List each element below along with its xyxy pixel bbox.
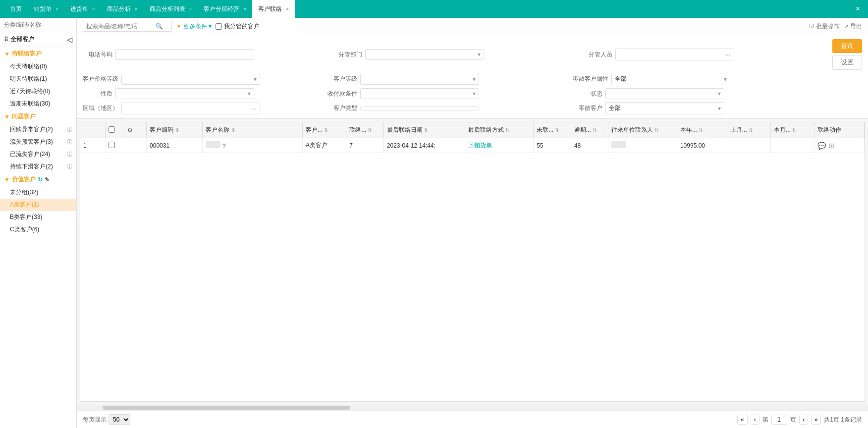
filter-row-4: 区域（地区） ··· 客户类型 零散客户 全部 — [83, 102, 862, 114]
nav-sales-close[interactable]: × — [55, 6, 58, 12]
sort-icon-date[interactable]: ⇅ — [424, 127, 428, 133]
first-page-button[interactable]: « — [737, 415, 748, 425]
retail-attr-select[interactable]: 全部 ▾ — [611, 73, 730, 85]
nav-product-analysis[interactable]: 商品分析 × — [101, 0, 144, 18]
query-button[interactable]: 查询 — [832, 39, 862, 53]
search-icon[interactable]: 🔍 — [156, 23, 163, 30]
table-footer: 每页显示 50 « ‹ 第 页 › » 共1页 1条记录 — [77, 411, 868, 428]
my-customer-checkbox[interactable]: 我分管的客户 — [216, 22, 260, 31]
nav-product-analysis-list[interactable]: 商品分析列表 × — [144, 0, 198, 18]
manager-select[interactable]: ··· — [615, 49, 734, 60]
sort-icon-this-month[interactable]: ⇅ — [792, 127, 796, 133]
my-customer-check[interactable] — [216, 23, 222, 30]
prev-page-button[interactable]: ‹ — [751, 415, 760, 425]
cell-index: 1 — [80, 138, 105, 153]
cell-checkbox[interactable] — [105, 138, 124, 153]
dept-arrow-icon: ▾ — [478, 51, 481, 58]
customer-level-select[interactable]: ▾ — [360, 74, 479, 85]
settings-button[interactable]: 设置 — [832, 55, 862, 70]
nav-home[interactable]: 首页 — [4, 0, 28, 18]
sidebar-item-churned[interactable]: 已流失客户(24) ⓘ — [0, 148, 76, 160]
th-gear[interactable]: ⚙ — [124, 122, 146, 138]
cell-not-contacted: 55 — [534, 138, 571, 153]
customer-type-label: 客户类型 — [327, 104, 357, 112]
select-all-checkbox[interactable] — [108, 126, 115, 133]
th-checkbox[interactable] — [105, 122, 124, 138]
sidebar-item-a-class[interactable]: A类客户(1) — [0, 199, 76, 211]
nav-purchase-close[interactable]: × — [92, 6, 95, 12]
customer-type-select[interactable] — [360, 107, 479, 110]
sidebar-item-tomorrow-pending[interactable]: 明天待联络(1) — [0, 73, 76, 85]
sidebar-item-churn-warning[interactable]: 流失预警客户(3) ⓘ — [0, 136, 76, 148]
next-page-button[interactable]: › — [799, 415, 808, 425]
sidebar-section-pending[interactable]: ▼ 待联络客户 — [0, 47, 76, 60]
refresh-icon[interactable]: ↻ — [38, 176, 43, 183]
sidebar-section-problem[interactable]: ▼ 问题客户 — [0, 110, 76, 123]
cell-last-method[interactable]: 下销货单 — [465, 138, 534, 153]
cell-gear — [124, 138, 146, 153]
chat-icon[interactable]: 💬 — [817, 142, 826, 150]
sidebar-item-abnormal-repurchase[interactable]: 回购异常客户(2) ⓘ — [0, 123, 76, 136]
dept-select[interactable]: ▾ — [365, 49, 484, 60]
gear-icon[interactable]: ⚙ — [127, 127, 133, 134]
sidebar-item-overdue-contact[interactable]: 逾期未联络(30) — [0, 98, 76, 110]
sidebar-search-input[interactable] — [4, 21, 77, 28]
retail-customer-select[interactable]: 全部 ▾ — [605, 102, 724, 114]
cell-this-year: 10995.00 — [677, 138, 727, 153]
window-close-button[interactable]: × — [852, 4, 864, 13]
status-select[interactable]: ▾ — [605, 88, 724, 99]
sort-icon-code[interactable]: ⇅ — [175, 127, 179, 133]
nav-customer-segmentation[interactable]: 客户分层经营 × — [198, 0, 252, 18]
cell-action: 💬 ⊞ — [814, 138, 865, 153]
edit-icon[interactable]: ✎ — [45, 176, 50, 183]
th-unit-contact: 往来单位联系人 ⇅ — [608, 122, 677, 138]
sidebar-all-customers[interactable]: ⠿ 全部客户 ◁ — [0, 32, 76, 47]
region-select[interactable]: ··· — [121, 103, 260, 114]
last-method-link[interactable]: 下销货单 — [468, 142, 492, 149]
more-filters-button[interactable]: ▼ 更多条件 ▾ — [176, 22, 212, 31]
price-level-select[interactable]: ▾ — [121, 74, 260, 85]
th-not-contacted: 未联... ⇅ — [534, 122, 571, 138]
sidebar-item-b-class[interactable]: B类客户(33) — [0, 211, 76, 223]
sidebar-collapse-btn[interactable]: ◁ — [67, 36, 72, 44]
sort-icon-contact[interactable]: ⇅ — [368, 127, 372, 133]
sort-icon-unit-contact[interactable]: ⇅ — [654, 127, 658, 133]
sidebar-section-value[interactable]: ▼ 价值客户 ↻ ✎ — [0, 173, 76, 186]
export-button[interactable]: ↗ 导出 — [844, 22, 862, 31]
nav-customer-contact[interactable]: 客户联络 × — [252, 0, 295, 18]
sort-icon-overdue[interactable]: ⇅ — [593, 127, 597, 133]
last-page-button[interactable]: » — [811, 415, 821, 425]
scroll-thumb[interactable] — [103, 406, 350, 410]
sidebar-item-declining[interactable]: 持续下滑客户(2) ⓘ — [0, 160, 76, 173]
sidebar-item-today-pending[interactable]: 今天待联络(0) — [0, 60, 76, 73]
search-input[interactable] — [86, 23, 156, 30]
filter-row-2: 客户价格等级 ▾ 客户等级 ▾ 零散客户属性 全部 — [83, 73, 862, 85]
nav-customer-segmentation-close[interactable]: × — [243, 6, 246, 12]
region-dots-icon: ··· — [251, 105, 257, 112]
sidebar-item-c-class[interactable]: C类客户(6) — [0, 223, 76, 236]
nav-customer-contact-close[interactable]: × — [286, 6, 289, 12]
page-number-input[interactable] — [771, 415, 787, 425]
nav-product-analysis-close[interactable]: × — [135, 6, 138, 12]
phone-input[interactable] — [115, 49, 254, 60]
payment-select[interactable]: ▾ — [360, 88, 479, 99]
sort-icon-not-contact[interactable]: ⇅ — [555, 127, 559, 133]
th-customer-type: 客户... ⇅ — [303, 122, 346, 138]
sidebar-item-7days-pending[interactable]: 近7天待联络(0) — [0, 85, 76, 98]
nav-purchase[interactable]: 进货单 × — [64, 0, 101, 18]
sort-icon-method[interactable]: ⇅ — [505, 127, 509, 133]
filter-group-manager: 分管人员 ··· — [583, 49, 828, 60]
sort-icon-last-month[interactable]: ⇅ — [749, 127, 753, 133]
sort-icon-this-year[interactable]: ⇅ — [699, 127, 703, 133]
row-checkbox[interactable] — [108, 142, 115, 148]
nature-select[interactable]: ▾ — [115, 88, 254, 99]
sort-icon-name[interactable]: ⇅ — [231, 127, 235, 133]
sort-icon-type[interactable]: ⇅ — [324, 127, 328, 133]
qr-icon[interactable]: ⊞ — [829, 142, 835, 150]
horizontal-scrollbar[interactable] — [77, 405, 868, 411]
sidebar-item-unclassified[interactable]: 未分组(32) — [0, 186, 76, 199]
nav-sales[interactable]: 销货单 × — [28, 0, 64, 18]
nav-product-analysis-list-close[interactable]: × — [189, 6, 192, 12]
page-size-select[interactable]: 50 — [108, 414, 130, 425]
batch-operation-button[interactable]: ☑ 批量操作 — [809, 22, 840, 31]
